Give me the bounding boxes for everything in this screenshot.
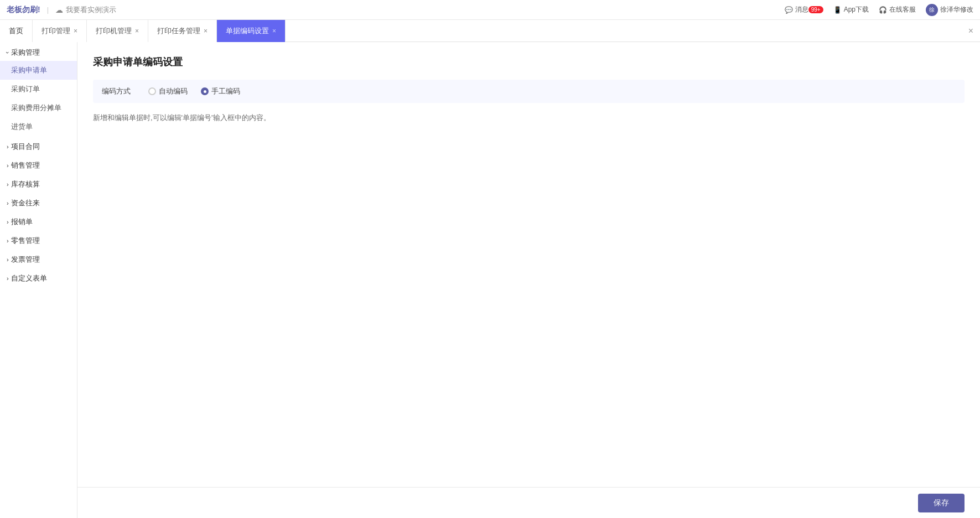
logo: 老板勿刷! xyxy=(7,5,40,15)
tab-print-task-mgmt-close[interactable]: × xyxy=(204,27,208,35)
sidebar-group-purchase-mgmt[interactable]: › 采购管理 xyxy=(0,42,77,61)
tab-barcode-setting[interactable]: 单据编码设置 × xyxy=(217,20,286,42)
tab-print-task-mgmt[interactable]: 打印任务管理 × xyxy=(148,20,217,42)
sidebar-group-project-contract[interactable]: › 项目合同 xyxy=(0,136,77,155)
sidebar-item-purchase-order[interactable]: 采购订单 xyxy=(0,80,77,99)
sidebar-group-funds-label: 资金往来 xyxy=(11,198,40,208)
top-bar-search[interactable]: ☁ 我要看实例演示 xyxy=(55,5,116,15)
chevron-right-icon-custom: › xyxy=(7,275,9,282)
app-download-label: App下载 xyxy=(844,5,869,14)
auto-code-label: 自动编码 xyxy=(159,86,188,96)
sidebar-group-custom-forms-label: 自定义表单 xyxy=(11,273,47,283)
tab-bar: 首页 打印管理 × 打印机管理 × 打印任务管理 × 单据编码设置 × × xyxy=(0,20,980,42)
encoding-label: 编码方式 xyxy=(102,86,131,96)
sidebar-group-funds[interactable]: › 资金往来 xyxy=(0,193,77,211)
tab-printer-mgmt-label: 打印机管理 xyxy=(96,26,132,36)
service-icon: 🎧 xyxy=(879,6,887,14)
sidebar-item-goods-receipt[interactable]: 进货单 xyxy=(0,117,77,136)
online-service-label: 在线客服 xyxy=(889,5,916,14)
tab-print-mgmt-label: 打印管理 xyxy=(42,26,70,36)
sidebar-group-returns[interactable]: › 报销单 xyxy=(0,211,77,230)
layout: › 采购管理 采购申请单 采购订单 采购费用分摊单 进货单 › 项目合同 › 销 xyxy=(0,42,980,518)
message-icon: 💬 xyxy=(785,6,793,14)
tab-barcode-setting-label: 单据编码设置 xyxy=(226,26,269,36)
app-download-button[interactable]: 📱 App下载 xyxy=(833,5,869,14)
manual-code-label: 手工编码 xyxy=(211,86,240,96)
tab-bar-close-button[interactable]: × xyxy=(968,26,980,36)
sidebar-item-purchase-request[interactable]: 采购申请单 xyxy=(0,61,77,80)
chevron-right-icon-retail: › xyxy=(7,237,9,244)
sidebar-group-purchase-mgmt-label: 采购管理 xyxy=(11,48,40,58)
sidebar-group-sales-mgmt-label: 销售管理 xyxy=(11,160,40,170)
chevron-down-icon: › xyxy=(4,51,11,54)
top-bar-left: 老板勿刷! | ☁ 我要看实例演示 xyxy=(7,5,116,15)
cloud-icon: ☁ xyxy=(55,6,63,14)
sidebar-group-project-contract-label: 项目合同 xyxy=(11,142,40,152)
tab-home[interactable]: 首页 xyxy=(0,20,33,42)
tab-print-mgmt[interactable]: 打印管理 × xyxy=(33,20,87,42)
tab-printer-mgmt-close[interactable]: × xyxy=(135,27,139,35)
search-text: 我要看实例演示 xyxy=(66,5,116,15)
save-button[interactable]: 保存 xyxy=(918,494,965,512)
tab-barcode-setting-close[interactable]: × xyxy=(272,27,276,35)
online-service-button[interactable]: 🎧 在线客服 xyxy=(879,5,916,14)
sidebar-item-goods-receipt-label: 进货单 xyxy=(11,122,33,131)
footer-bar: 保存 xyxy=(77,487,980,518)
manual-code-radio-circle xyxy=(201,87,209,95)
sidebar-item-purchase-expense-label: 采购费用分摊单 xyxy=(11,103,61,112)
description: 新增和编辑单据时,可以编辑'单据编号'输入框中的内容。 xyxy=(93,113,965,123)
sidebar-item-purchase-request-label: 采购申请单 xyxy=(11,66,47,74)
content-area: 采购申请单编码设置 编码方式 自动编码 手工编码 新增和编辑单据时,可以编辑'单… xyxy=(77,42,980,487)
sidebar-group-inventory[interactable]: › 库存核算 xyxy=(0,174,77,193)
message-badge: 99+ xyxy=(808,6,823,13)
chevron-right-icon-invoice: › xyxy=(7,256,9,263)
sidebar-group-invoice-mgmt[interactable]: › 发票管理 xyxy=(0,249,77,268)
sidebar-group-returns-label: 报销单 xyxy=(11,217,33,227)
sidebar-item-purchase-order-label: 采购订单 xyxy=(11,85,40,93)
chevron-right-icon-project: › xyxy=(7,143,9,150)
message-label: 消息 xyxy=(795,5,808,14)
avatar-icon: 徐 xyxy=(926,4,938,16)
sidebar-item-purchase-expense[interactable]: 采购费用分摊单 xyxy=(0,99,77,117)
chevron-right-icon-funds: › xyxy=(7,200,9,206)
sidebar: › 采购管理 采购申请单 采购订单 采购费用分摊单 进货单 › 项目合同 › 销 xyxy=(0,42,77,518)
message-button[interactable]: 💬 消息 99+ xyxy=(785,5,823,14)
auto-code-radio-circle xyxy=(148,87,156,95)
top-bar-right: 💬 消息 99+ 📱 App下载 🎧 在线客服 徐 徐泽华修改 xyxy=(785,4,973,16)
tab-print-mgmt-close[interactable]: × xyxy=(74,27,77,35)
tab-home-label: 首页 xyxy=(9,26,23,36)
sidebar-group-custom-forms[interactable]: › 自定义表单 xyxy=(0,268,77,287)
download-icon: 📱 xyxy=(833,6,842,14)
chevron-right-icon-returns: › xyxy=(7,219,9,225)
auto-code-radio[interactable]: 自动编码 xyxy=(148,86,188,96)
tab-print-task-mgmt-label: 打印任务管理 xyxy=(157,26,200,36)
sidebar-group-invoice-mgmt-label: 发票管理 xyxy=(11,255,40,265)
encoding-row: 编码方式 自动编码 手工编码 xyxy=(93,80,965,103)
user-menu[interactable]: 徐 徐泽华修改 xyxy=(926,4,973,16)
sidebar-group-sales-mgmt[interactable]: › 销售管理 xyxy=(0,155,77,174)
sidebar-group-inventory-label: 库存核算 xyxy=(11,179,40,189)
tab-printer-mgmt[interactable]: 打印机管理 × xyxy=(87,20,148,42)
chevron-right-icon-sales: › xyxy=(7,162,9,169)
chevron-right-icon-inventory: › xyxy=(7,181,9,188)
main-content: 采购申请单编码设置 编码方式 自动编码 手工编码 新增和编辑单据时,可以编辑'单… xyxy=(77,42,980,518)
sidebar-group-retail-mgmt-label: 零售管理 xyxy=(11,236,40,246)
manual-code-radio[interactable]: 手工编码 xyxy=(201,86,240,96)
user-name: 徐泽华修改 xyxy=(940,5,973,14)
top-bar: 老板勿刷! | ☁ 我要看实例演示 💬 消息 99+ 📱 App下载 🎧 在线客… xyxy=(0,0,980,20)
sidebar-group-retail-mgmt[interactable]: › 零售管理 xyxy=(0,230,77,249)
page-title: 采购申请单编码设置 xyxy=(93,55,965,69)
sidebar-group-purchase-mgmt-items: 采购申请单 采购订单 采购费用分摊单 进货单 xyxy=(0,61,77,136)
